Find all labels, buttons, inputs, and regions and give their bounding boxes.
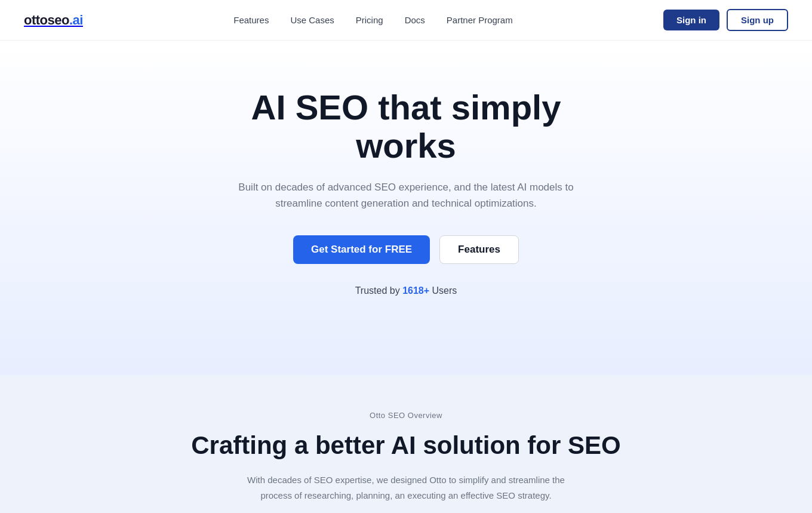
hero-section: AI SEO that simply works Built on decade…	[0, 41, 812, 375]
hero-trust-after: Users	[429, 285, 457, 296]
get-started-button[interactable]: Get Started for FREE	[293, 235, 430, 264]
hero-subtitle: Built on decades of advanced SEO experie…	[233, 179, 579, 211]
nav-link-features[interactable]: Features	[233, 15, 269, 25]
nav-links: Features Use Cases Pricing Docs Partner …	[233, 15, 512, 26]
nav-link-docs[interactable]: Docs	[405, 15, 425, 25]
navbar: ottoseo.ai Features Use Cases Pricing Do…	[0, 0, 812, 41]
features-button[interactable]: Features	[439, 235, 519, 264]
overview-label: Otto SEO Overview	[24, 411, 788, 420]
overview-subtitle: With decades of SEO expertise, we design…	[239, 472, 573, 503]
signin-button[interactable]: Sign in	[663, 10, 719, 30]
overview-section: Otto SEO Overview Crafting a better AI s…	[0, 375, 812, 513]
hero-trust-before: Trusted by	[355, 285, 402, 296]
nav-link-use-cases[interactable]: Use Cases	[290, 15, 334, 25]
nav-link-pricing[interactable]: Pricing	[356, 15, 383, 25]
nav-link-partner-program[interactable]: Partner Program	[447, 15, 513, 25]
nav-actions: Sign in Sign up	[663, 9, 788, 31]
logo-text-dotai: .ai	[69, 13, 83, 28]
hero-title: AI SEO that simply works	[197, 88, 615, 165]
hero-trust-text: Trusted by 1618+ Users	[355, 285, 457, 296]
logo[interactable]: ottoseo.ai	[24, 13, 83, 28]
hero-cta: Get Started for FREE Features	[293, 235, 519, 264]
hero-trust-count: 1618+	[402, 285, 429, 296]
overview-title: Crafting a better AI solution for SEO	[167, 431, 645, 460]
logo-text-ottoseo: ottoseo	[24, 13, 69, 28]
signup-button[interactable]: Sign up	[727, 9, 788, 31]
